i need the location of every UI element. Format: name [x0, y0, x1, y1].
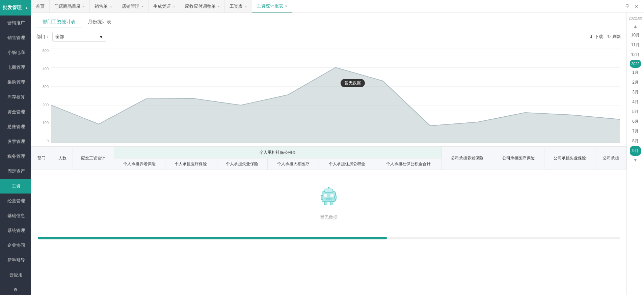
tab-3[interactable]: 店铺管理× — [117, 0, 149, 12]
date-panel-year-display: 2022.09 — [628, 14, 643, 22]
sidebar-item-经营管理[interactable]: 经营管理 — [0, 194, 31, 208]
date-month-8月[interactable]: 8月 — [630, 136, 641, 146]
tab-close-2[interactable]: × — [110, 4, 112, 8]
dept-select[interactable]: 全部 ▼ — [52, 32, 106, 42]
sidebar-item-总账管理[interactable]: 总账管理 — [0, 119, 31, 134]
toolbar-left: 部门： 全部 ▼ — [36, 32, 106, 42]
tab-close-5[interactable]: × — [218, 4, 220, 8]
y-label-0: 0 — [36, 139, 49, 143]
sidebar-item-电商管理[interactable]: 电商管理 — [0, 60, 31, 75]
tab-6[interactable]: 工资表× — [225, 0, 252, 12]
y-axis-labels: 500 400 300 200 100 0 — [36, 49, 49, 143]
download-icon: ⬇ — [589, 34, 593, 39]
close-button[interactable]: ✕ — [633, 3, 640, 10]
sidebar-item-营销推广[interactable]: 营销推广 — [0, 16, 31, 30]
sidebar-item-系统管理[interactable]: 系统管理 — [0, 223, 31, 238]
date-month-5月[interactable]: 5月 — [630, 107, 641, 117]
empty-state: 暂无数据 — [31, 170, 626, 234]
tab-dept-salary[interactable]: 部门工资统计表 — [36, 16, 82, 28]
sidebar-item-固定资产[interactable]: 固定资产 — [0, 164, 31, 179]
tab-0[interactable]: 首页 — [31, 0, 50, 12]
svg-rect-8 — [325, 189, 333, 193]
tab-close-1[interactable]: × — [83, 4, 85, 8]
tab-5[interactable]: 应收应付调整单× — [180, 0, 225, 12]
sidebar-item-新手引导[interactable]: 新手引导 — [0, 253, 31, 268]
sidebar-item-企业协同[interactable]: 企业协同 — [0, 238, 31, 253]
chevron-down-icon: ▼ — [99, 34, 103, 39]
empty-text: 暂无数据 — [320, 214, 338, 220]
refresh-button[interactable]: ↻ 刷新 — [607, 34, 621, 40]
sub-tabs: 部门工资统计表 月份统计表 — [31, 13, 626, 28]
tab-label-3: 店铺管理 — [122, 3, 139, 9]
date-nav-down[interactable]: ▼ — [632, 156, 639, 164]
table-wrapper[interactable]: 部门 人数 应发工资合计 个人承担社保公积金 公司承担养老保险 公司承担医疗保险… — [31, 146, 626, 295]
settings-icon: ⚙ — [14, 287, 18, 292]
date-month-10月[interactable]: 10月 — [630, 30, 641, 40]
date-month-12月[interactable]: 12月 — [630, 50, 641, 60]
tab-close-3[interactable]: × — [141, 4, 143, 8]
date-month-2月[interactable]: 2月 — [630, 78, 641, 87]
sidebar-item-发票管理[interactable]: 发票管理 — [0, 134, 31, 149]
y-label-300: 300 — [36, 85, 49, 89]
tab-label-0: 首页 — [36, 3, 45, 9]
sidebar-item-税务管理[interactable]: 税务管理 — [0, 149, 31, 164]
tab-close-4[interactable]: × — [173, 4, 175, 8]
toolbar: 部门： 全部 ▼ ⬇ 下载 ↻ 刷新 — [31, 28, 626, 45]
sidebar-item-采购管理[interactable]: 采购管理 — [0, 75, 31, 90]
sidebar-item-工资[interactable]: 工资 — [0, 179, 31, 194]
date-month-2022[interactable]: 2022 — [630, 60, 641, 68]
download-button[interactable]: ⬇ 下载 — [589, 34, 603, 40]
tab-label-1: 门店商品目录 — [54, 3, 81, 9]
date-month-9月[interactable]: 9月 — [630, 146, 641, 156]
th-company-unemp: 公司承担失业保险 — [544, 147, 595, 170]
tab-label-2: 销售单 — [95, 3, 108, 9]
tab-7[interactable]: 工资统计报表× — [252, 0, 292, 12]
sidebar-item-销售管理[interactable]: 销售管理 — [0, 30, 31, 45]
tab-2[interactable]: 销售单× — [90, 0, 117, 12]
horizontal-scrollbar[interactable] — [31, 234, 626, 242]
svg-rect-12 — [325, 198, 332, 200]
date-month-1月[interactable]: 1月 — [630, 68, 641, 78]
th-total: 应发工资合计 — [73, 147, 114, 170]
sidebar-header[interactable]: 批发管理 ▲ — [0, 0, 31, 16]
sidebar-item-小畅电商[interactable]: 小畅电商 — [0, 45, 31, 60]
content-main: 部门工资统计表 月份统计表 部门： 全部 ▼ ⬇ 下载 — [31, 13, 626, 295]
tab-close-6[interactable]: × — [245, 4, 247, 8]
sidebar-item-基础信息[interactable]: 基础信息 — [0, 208, 31, 223]
sidebar-collapse-icon: ▲ — [25, 6, 28, 10]
th-company-med: 公司承担医疗保险 — [493, 147, 544, 170]
svg-rect-14 — [335, 195, 337, 200]
tab-bar: 首页门店商品目录×销售单×店铺管理×生成凭证×应收应付调整单×工资表×工资统计报… — [31, 0, 644, 13]
svg-point-9 — [328, 187, 330, 188]
th-dept: 部门 — [31, 147, 52, 170]
date-month-6月[interactable]: 6月 — [630, 117, 641, 126]
tab-label-6: 工资表 — [230, 3, 243, 9]
tab-1[interactable]: 门店商品目录× — [50, 0, 90, 12]
sidebar-item-资金管理[interactable]: 资金管理 — [0, 105, 31, 119]
date-month-11月[interactable]: 11月 — [630, 40, 641, 50]
th-p-total: 个人承担社保公积金合计 — [375, 158, 441, 170]
dept-select-value: 全部 — [55, 34, 64, 40]
svg-rect-10 — [324, 194, 327, 197]
date-month-7月[interactable]: 7月 — [630, 126, 641, 136]
date-panel: 2022.09 ▲ 10月11月12月20221月2月3月4月5月6月7月8月9… — [626, 13, 644, 295]
date-month-4月[interactable]: 4月 — [630, 97, 641, 107]
tab-4[interactable]: 生成凭证× — [149, 0, 180, 12]
sidebar-item-库存核算[interactable]: 库存核算 — [0, 90, 31, 105]
data-table: 部门 人数 应发工资合计 个人承担社保公积金 公司承担养老保险 公司承担医疗保险… — [31, 147, 626, 234]
svg-rect-15 — [324, 202, 327, 205]
tab-label-4: 生成凭证 — [153, 3, 171, 9]
date-nav-up[interactable]: ▲ — [632, 22, 639, 30]
svg-rect-13 — [321, 195, 323, 200]
tab-monthly-stats[interactable]: 月份统计表 — [82, 16, 117, 28]
toolbar-right: ⬇ 下载 ↻ 刷新 — [589, 34, 621, 40]
th-p-med: 个人承担医疗保险 — [165, 158, 216, 170]
area-chart — [51, 49, 620, 143]
th-p-house: 个人承担住房公积金 — [319, 158, 375, 170]
tab-close-7[interactable]: × — [285, 4, 287, 8]
date-month-3月[interactable]: 3月 — [630, 87, 641, 97]
y-label-200: 200 — [36, 103, 49, 107]
sidebar-item-云应用[interactable]: 云应用 — [0, 268, 31, 283]
sidebar-settings[interactable]: ⚙ — [0, 283, 31, 295]
restore-button[interactable]: 🗗 — [623, 3, 630, 10]
